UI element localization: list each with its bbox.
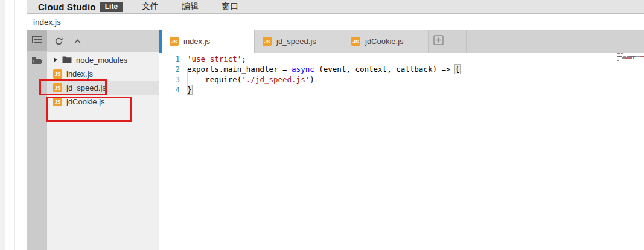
editor-region: JSindex.jsJSjd_speed.jsJSjdCookie.js 1'u… xyxy=(159,30,644,250)
js-file-icon: JS xyxy=(53,97,62,106)
collapse-chevron-up-icon[interactable] xyxy=(72,36,82,46)
tree-item-label: node_modules xyxy=(76,56,127,65)
tree-item-index.js[interactable]: JSindex.js xyxy=(47,67,159,81)
indent-guide xyxy=(187,71,188,90)
minimap-segment xyxy=(617,56,622,57)
token-plain: ) xyxy=(310,75,314,84)
lite-badge: Lite xyxy=(100,2,123,12)
token-string: './jd_speed.js' xyxy=(241,75,310,84)
minimap-segment xyxy=(636,56,640,57)
explorer-view-button[interactable] xyxy=(27,30,47,51)
code-line-4[interactable]: 4} xyxy=(159,85,644,95)
minimap-segment xyxy=(640,56,643,57)
token-plain: ; xyxy=(241,54,246,63)
tab-label: jdCookie.js xyxy=(365,37,404,46)
code-text: require('./jd_speed.js') xyxy=(180,74,314,85)
tree-item-node_modules[interactable]: node_modules xyxy=(47,53,159,67)
minimap-segment xyxy=(617,53,620,54)
refresh-icon[interactable] xyxy=(54,36,63,46)
minimap-segment xyxy=(622,57,625,59)
token-keyword: async xyxy=(292,65,314,74)
token-string: 'use strict' xyxy=(187,54,241,63)
tabs-holder: JSindex.jsJSjd_speed.jsJSjdCookie.js xyxy=(162,30,429,53)
minimap-segment xyxy=(627,56,630,57)
minimap-segment xyxy=(623,56,626,57)
minimap-segment xyxy=(633,57,634,59)
code-line-2[interactable]: 2exports.main_handler = async (event, co… xyxy=(159,64,644,74)
tab-index.js[interactable]: JSindex.js xyxy=(162,30,255,53)
code-lines: 1'use strict';2exports.main_handler = as… xyxy=(159,53,644,95)
tree-item-label: jdCookie.js xyxy=(66,97,105,106)
token-bracket: } xyxy=(187,85,192,94)
minimap-segment xyxy=(621,53,623,54)
code-line-3[interactable]: 3 require('./jd_speed.js') xyxy=(159,74,644,85)
page-edge-strip xyxy=(0,0,5,250)
tab-label: index.js xyxy=(183,37,210,46)
folder-icon xyxy=(62,56,72,65)
tab-jd_speed.js[interactable]: JSjd_speed.js xyxy=(255,30,343,53)
new-tab-cell[interactable] xyxy=(429,30,467,53)
outline-tree-icon xyxy=(32,35,42,46)
minimap-row xyxy=(617,53,644,54)
code-text: } xyxy=(180,85,192,95)
activity-bar xyxy=(27,30,47,250)
file-explorer-panel: node_modulesJSindex.jsJSjd_speed.jsJSjdC… xyxy=(47,30,159,250)
line-number: 2 xyxy=(159,64,180,74)
tree-item-label: index.js xyxy=(66,69,93,79)
token-plain: (event, context, callback) => xyxy=(314,65,455,74)
plus-square-icon xyxy=(429,35,444,48)
line-number: 3 xyxy=(159,74,180,85)
collapsed-arrow-icon xyxy=(53,56,58,65)
tree-item-jd_speed.js[interactable]: JSjd_speed.js xyxy=(47,81,159,95)
menu-item-file[interactable]: 文件 xyxy=(142,1,159,12)
tab-bar: JSindex.jsJSjd_speed.jsJSjdCookie.js xyxy=(159,30,644,53)
explorer-toolbar xyxy=(47,30,159,52)
minimap[interactable] xyxy=(617,53,644,62)
token-plain: require( xyxy=(187,75,241,84)
line-number: 4 xyxy=(159,85,180,95)
js-file-icon: JS xyxy=(53,83,62,92)
minimap-segment xyxy=(617,60,619,61)
token-plain: exports.main_handler = xyxy=(187,65,292,74)
js-file-icon: JS xyxy=(170,37,179,46)
code-text: 'use strict'; xyxy=(180,54,246,64)
cloud-studio-window: Cloud Studio Lite 文件 编辑 窗口 index.js xyxy=(0,0,644,250)
page-divider-line xyxy=(14,0,15,250)
code-text: exports.main_handler = async (event, con… xyxy=(180,64,460,74)
open-folder-icon xyxy=(31,56,43,68)
code-editor[interactable]: 1'use strict';2exports.main_handler = as… xyxy=(159,53,644,250)
tree-item-label: jd_speed.js xyxy=(66,83,106,92)
js-file-icon: JS xyxy=(351,37,360,46)
minimap-row xyxy=(617,56,644,57)
app-frame: Cloud Studio Lite 文件 编辑 窗口 index.js xyxy=(27,0,644,250)
menu-item-edit[interactable]: 编辑 xyxy=(182,1,199,12)
code-line-1[interactable]: 1'use strict'; xyxy=(159,54,644,64)
folder-view-button[interactable] xyxy=(27,51,47,72)
minimap-segment xyxy=(630,56,636,57)
file-tree: node_modulesJSindex.jsJSjd_speed.jsJSjdC… xyxy=(47,52,159,109)
tree-item-jdCookie.js[interactable]: JSjdCookie.js xyxy=(47,95,159,109)
tab-label: jd_speed.js xyxy=(276,37,316,46)
brand-logo: Cloud Studio xyxy=(38,2,96,12)
minimap-row xyxy=(617,60,644,61)
token-bracket: { xyxy=(455,65,460,74)
minimap-row xyxy=(617,57,644,59)
minimap-segment xyxy=(625,57,632,59)
js-file-icon: JS xyxy=(53,69,62,79)
tab-jdCookie.js[interactable]: JSjdCookie.js xyxy=(343,30,429,53)
line-number: 1 xyxy=(159,54,180,64)
breadcrumb-row: index.js xyxy=(27,14,644,30)
menu-bar: Cloud Studio Lite 文件 编辑 窗口 xyxy=(27,0,644,14)
main-content: node_modulesJSindex.jsJSjd_speed.jsJSjdC… xyxy=(27,30,644,250)
menu-item-window[interactable]: 窗口 xyxy=(222,1,238,12)
js-file-icon: JS xyxy=(263,37,272,46)
breadcrumb: index.js xyxy=(33,18,61,27)
